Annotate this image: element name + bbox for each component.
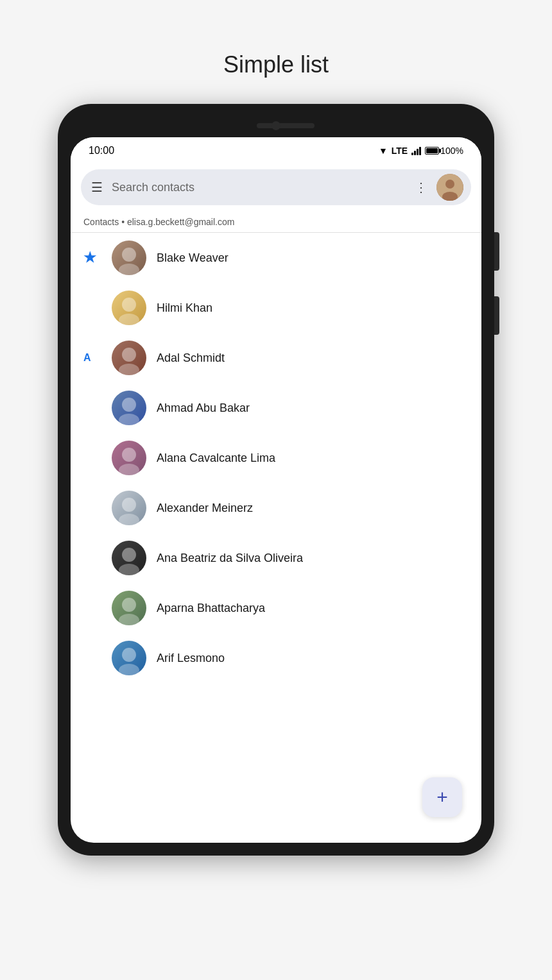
status-time: 10:00 xyxy=(89,145,114,156)
contact-name: Aparna Bhattacharya xyxy=(157,602,265,615)
svg-point-4 xyxy=(119,264,139,275)
list-item[interactable]: Alana Cavalcante Lima xyxy=(71,433,481,483)
svg-point-17 xyxy=(122,598,136,612)
svg-point-18 xyxy=(119,614,139,625)
contact-avatar xyxy=(112,391,146,425)
contact-name: Alexander Meinerz xyxy=(157,502,253,515)
search-bar[interactable]: ☰ Search contacts ⋮ xyxy=(81,169,471,205)
svg-point-7 xyxy=(122,348,136,362)
list-item[interactable]: A Adal Schmidt xyxy=(71,333,481,383)
more-vert-icon[interactable]: ⋮ xyxy=(412,177,430,198)
search-bar-wrapper: ☰ Search contacts ⋮ xyxy=(71,162,481,210)
svg-point-9 xyxy=(122,398,136,412)
fab-plus-icon: + xyxy=(436,788,448,807)
svg-point-5 xyxy=(122,298,136,312)
contact-avatar xyxy=(112,591,146,625)
battery-icon: 100% xyxy=(425,146,463,156)
phone-camera xyxy=(272,121,280,130)
phone-frame: 10:00 ▼ LTE 100% xyxy=(58,104,494,856)
list-item[interactable]: Hilmi Khan xyxy=(71,283,481,333)
svg-point-1 xyxy=(445,180,454,189)
hamburger-icon[interactable]: ☰ xyxy=(89,178,105,196)
page-title: Simple list xyxy=(223,51,329,78)
list-item[interactable]: Ahmad Abu Bakar xyxy=(71,383,481,433)
contact-avatar xyxy=(112,491,146,525)
phone-screen: 10:00 ▼ LTE 100% xyxy=(71,137,481,843)
lte-indicator: LTE xyxy=(392,146,408,156)
signal-icon xyxy=(411,146,421,155)
svg-point-8 xyxy=(119,364,139,375)
battery-pct: 100% xyxy=(440,146,463,156)
svg-point-14 xyxy=(119,514,139,525)
phone-speaker xyxy=(257,123,315,128)
status-bar: 10:00 ▼ LTE 100% xyxy=(71,137,481,162)
section-label: ★ xyxy=(83,249,101,266)
svg-point-6 xyxy=(119,314,139,325)
contact-avatar xyxy=(112,541,146,575)
search-placeholder: Search contacts xyxy=(112,181,406,194)
list-item[interactable]: Ana Beatriz da Silva Oliveira xyxy=(71,533,481,583)
svg-point-13 xyxy=(122,498,136,512)
phone-top-bar xyxy=(71,117,481,137)
contact-name: Alana Cavalcante Lima xyxy=(157,452,275,465)
section-label: A xyxy=(83,352,101,364)
contact-name: Arif Lesmono xyxy=(157,652,225,665)
contact-avatar xyxy=(112,241,146,275)
svg-point-10 xyxy=(119,414,139,425)
contact-avatar xyxy=(112,341,146,375)
list-item[interactable]: Arif Lesmono xyxy=(71,633,481,683)
status-icons: ▼ LTE 100% xyxy=(379,146,463,156)
svg-point-20 xyxy=(119,664,139,675)
contact-avatar xyxy=(112,441,146,475)
account-avatar[interactable] xyxy=(436,174,463,201)
list-item[interactable]: ★ Blake Weaver xyxy=(71,233,481,283)
list-item[interactable]: Aparna Bhattacharya xyxy=(71,583,481,633)
account-info: Contacts • elisa.g.beckett@gmail.com xyxy=(71,210,481,233)
svg-point-12 xyxy=(119,464,139,475)
fab-add-contact[interactable]: + xyxy=(422,777,462,817)
wifi-icon: ▼ xyxy=(379,146,388,156)
list-item[interactable]: Alexander Meinerz xyxy=(71,483,481,533)
svg-point-15 xyxy=(122,548,136,562)
svg-point-3 xyxy=(122,248,136,262)
contact-name: Ahmad Abu Bakar xyxy=(157,401,250,415)
contact-avatar xyxy=(112,641,146,675)
contact-name: Ana Beatriz da Silva Oliveira xyxy=(157,552,303,565)
contact-name: Adal Schmidt xyxy=(157,351,225,365)
svg-point-19 xyxy=(122,648,136,662)
contact-list: ★ Blake Weaver Hilmi KhanA Adal Schmidt … xyxy=(71,233,481,683)
contact-name: Blake Weaver xyxy=(157,251,229,265)
svg-point-16 xyxy=(119,564,139,575)
contact-name: Hilmi Khan xyxy=(157,301,212,315)
svg-point-11 xyxy=(122,448,136,462)
contact-avatar xyxy=(112,291,146,325)
